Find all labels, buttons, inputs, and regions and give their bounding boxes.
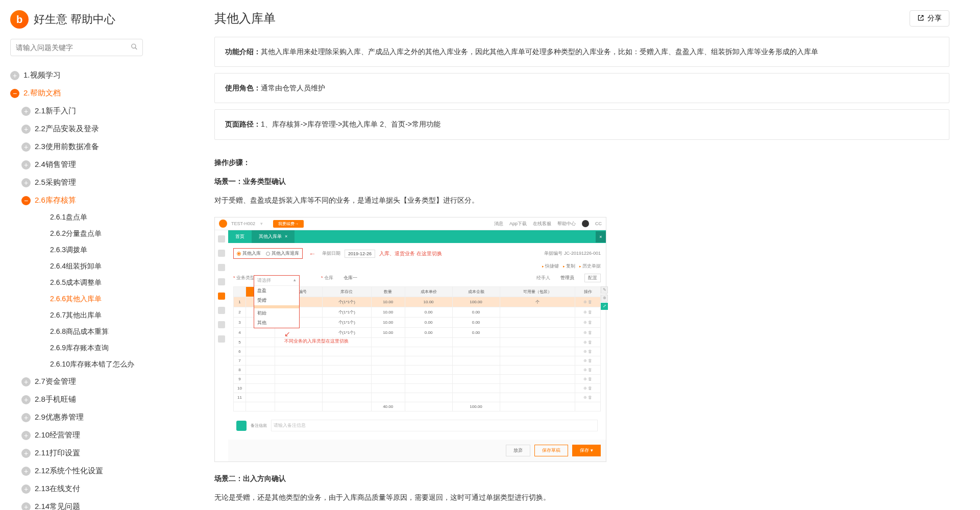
nav-item-2-6-5[interactable]: 2.6.5成本调整单 [50,275,143,291]
plus-icon: + [21,413,31,422]
main-content: 其他入库单 分享 功能介绍：其他入库单用来处理除采购入库、产成品入库之外的其他入… [153,0,980,510]
plus-icon: + [21,484,31,494]
scene2-text1: 无论是受赠，还是其他类型的业务，由于入库商品质量等原因，需要退回，这时可通过单据… [214,491,949,504]
nav-item-2-6-10[interactable]: 2.6.10库存账本错了怎么办 [50,356,143,373]
biz-type-dropdown: 请选择▴ 盘盈 受赠 初始 其他 [254,275,300,328]
nav-item-2-6-3[interactable]: 2.6.3调拨单 [50,242,143,258]
menu-icon [218,293,225,300]
nav-item-video[interactable]: + 1.视频学习 [10,66,143,84]
plus-icon: + [21,178,31,187]
plus-icon: + [21,431,31,440]
arrow-icon: ← [309,250,316,258]
nav-item-2-6-2[interactable]: 2.6.2分量盘点单 [50,226,143,242]
scene2-title: 场景二：出入方向确认 [214,472,949,485]
nav-item-2-6[interactable]: −2.6库存核算 [21,191,143,209]
scene1-text: 对于受赠、盘盈或是拆装入库等不同的业务，是通过单据头【业务类型】进行区分。 [214,194,949,207]
table-row: 8⊕ 🗑 [234,366,601,375]
nav-item-2-6-8[interactable]: 2.6.8商品成本重算 [50,324,143,340]
nav-item-2-6-7[interactable]: 2.6.7其他出库单 [50,307,143,324]
steps-label: 操作步骤： [214,156,949,169]
minus-icon: − [21,196,31,205]
nav-item-2-13[interactable]: +2.13在线支付 [21,480,143,498]
nav-item-2-8[interactable]: +2.8手机旺铺 [21,391,143,408]
menu-icon [218,250,225,257]
plus-icon: + [21,107,31,116]
menu-icon [218,264,225,271]
tool-icon: ✎ [601,286,608,294]
avatar-icon [582,220,589,227]
nav-item-docs[interactable]: − 2.帮助文档 [10,84,143,102]
nav-item-2-6-1[interactable]: 2.6.1盘点单 [50,209,143,226]
share-icon [917,14,924,23]
nav-item-2-10[interactable]: +2.10经营管理 [21,426,143,444]
svg-point-0 [132,44,136,48]
table-row: 10⊕ 🗑 [234,384,601,393]
path-box: 页面路径：1、库存核算->库存管理->其他入库单 2、首页->常用功能 [214,109,949,139]
nav-item-2-2[interactable]: +2.2产品安装及登录 [21,120,143,138]
save-draft-button: 保存草稿 [534,445,568,456]
plus-icon: + [21,449,31,458]
radio-icon [237,252,241,256]
plus-icon: + [21,467,31,476]
nav-tree: + 1.视频学习 − 2.帮助文档 +2.1新手入门 +2.2产品安装及登录 +… [10,66,143,510]
plus-icon: + [21,395,31,404]
table-row: 7⊕ 🗑 [234,356,601,366]
close-icon: × [596,231,606,242]
doc-type-switch: 其他入库 其他入库退库 [233,248,303,259]
minus-icon: − [10,89,19,98]
nav-item-2-3[interactable]: +2.3使用前数据准备 [21,138,143,156]
intro-box: 功能介绍：其他入库单用来处理除采购入库、产成品入库之外的其他入库业务，因此其他入… [214,37,949,67]
nav-item-2-14[interactable]: +2.14常见问题 [21,498,143,510]
discard-button: 放弃 [506,445,530,456]
remark-icon [236,421,247,431]
table-row: 11⊕ 🗑 [234,393,601,402]
logo[interactable]: b 好生意 帮助中心 [10,10,143,29]
page-title: 其他入库单 [214,10,276,27]
nav-item-2-5[interactable]: +2.5采购管理 [21,174,143,191]
radio-icon [266,252,270,256]
role-box: 使用角色：通常由仓管人员维护 [214,73,949,103]
renew-button: 我要续费→ [273,220,304,228]
tool-icon: ⤢ [601,303,608,310]
nav-item-2-6-6[interactable]: 2.6.6其他入库单 [50,291,143,307]
menu-icon [218,307,225,314]
plus-icon: + [21,160,31,169]
plus-icon: + [21,502,31,511]
annotation: 不同业务的入库类型在这里切换 [284,330,349,345]
menu-icon [218,278,225,285]
logo-text: 好生意 帮助中心 [34,12,115,27]
nav-item-2-12[interactable]: +2.12系统个性化设置 [21,462,143,480]
annotation: 入库、退货业务 在这里切换 [379,250,442,257]
menu-icon [218,335,225,343]
share-button[interactable]: 分享 [910,10,949,27]
nav-item-2-1[interactable]: +2.1新手入门 [21,102,143,120]
sidebar: b 好生意 帮助中心 + 1.视频学习 − 2.帮助文档 +2.1新手入门 +2… [0,0,153,510]
embedded-screenshot: TEST-H002 ▾ 我要续费→ 消息 App下载 在线客服 帮助中心 CC [214,217,606,462]
menu-icon [218,235,225,242]
scene1-title: 场景一：业务类型确认 [214,175,949,188]
table-row: 9⊕ 🗑 [234,375,601,384]
search-box [10,39,143,56]
search-input[interactable] [10,39,143,56]
plus-icon: + [21,125,31,134]
plus-icon: + [10,71,19,80]
table-row: 6⊕ 🗑 [234,347,601,356]
nav-item-2-11[interactable]: +2.11打印设置 [21,444,143,462]
nav-item-2-9[interactable]: +2.9优惠券管理 [21,408,143,426]
plus-icon: + [21,142,31,152]
ss-logo-icon [219,220,227,228]
nav-item-2-7[interactable]: +2.7资金管理 [21,373,143,391]
svg-line-1 [135,47,137,50]
menu-icon [218,321,225,328]
search-icon[interactable] [131,43,138,52]
save-button: 保存 [572,445,601,456]
nav-item-2-4[interactable]: +2.4销售管理 [21,156,143,174]
plus-icon: + [21,377,31,386]
nav-item-2-6-9[interactable]: 2.6.9库存账本查询 [50,340,143,356]
nav-item-2-6-4[interactable]: 2.6.4组装拆卸单 [50,258,143,275]
tool-icon: ⊕ [601,295,608,302]
logo-icon: b [10,10,29,29]
